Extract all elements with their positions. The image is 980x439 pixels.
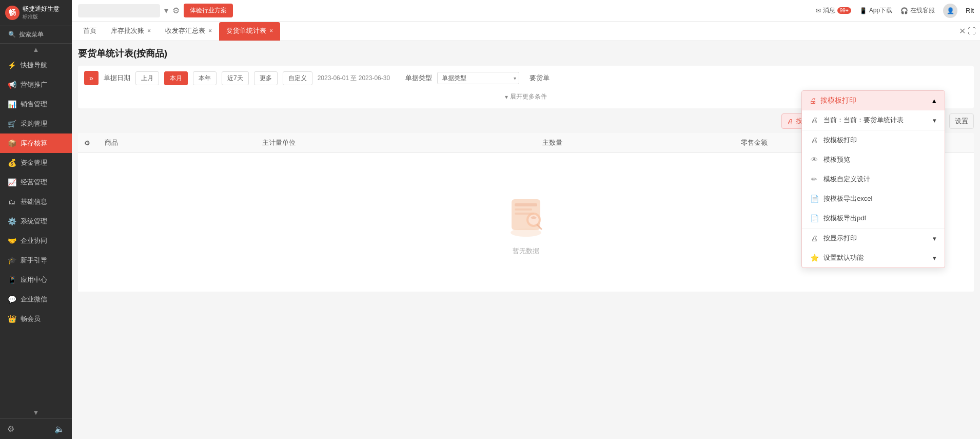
user-avatar[interactable]: 👤 [943, 4, 957, 18]
table-col-settings[interactable]: ⚙ [78, 133, 99, 153]
tab-batch-account[interactable]: 库存批次账 × [104, 22, 158, 41]
dropdown-item-template-print[interactable]: 🖨 按模板打印 [802, 130, 945, 150]
sidebar-item-operation[interactable]: 📈 经营管理 [0, 173, 72, 192]
date-custom[interactable]: 自定义 [283, 71, 312, 85]
finance-icon: 💰 [7, 158, 16, 167]
sidebar-item-finance-label: 资金管理 [21, 158, 47, 167]
message-btn[interactable]: ✉ 消息 99+ [816, 6, 851, 15]
tab-receipt-summary-close[interactable]: × [208, 27, 212, 34]
date-7days[interactable]: 近7天 [222, 71, 249, 85]
apps-icon: 📱 [7, 275, 16, 284]
sidebar-item-wechat[interactable]: 💬 企业微信 [0, 290, 72, 309]
svg-rect-3 [515, 208, 532, 211]
marketing-icon: 📢 [7, 80, 16, 89]
doc-type-label: 单据类型 [405, 73, 432, 83]
app-download-label: App下载 [869, 6, 892, 15]
order-goods-label: 要货单 [530, 73, 550, 83]
sidebar-item-member[interactable]: 👑 畅会员 [0, 309, 72, 329]
customer-service-btn[interactable]: 🎧 在线客服 [900, 6, 935, 15]
sidebar-item-marketing[interactable]: 📢 营销推广 [0, 75, 72, 94]
dropdown-item-template-preview[interactable]: 👁 模板预览 [802, 150, 945, 169]
scroll-up-btn[interactable]: ▲ [0, 44, 72, 55]
export-excel-icon: 📄 [810, 195, 818, 203]
printer-small-icon: 🖨 [810, 116, 818, 124]
tab-bar: 首页 库存批次账 × 收发存汇总表 × 要货单统计表 × ✕ ⛶ [72, 22, 980, 41]
tab-home[interactable]: 首页 [76, 22, 104, 41]
sidebar-item-guide-label: 新手引导 [21, 256, 47, 265]
search-menu-label: 搜索菜单 [19, 30, 44, 39]
filter-row-1: » 单据日期 上月 本月 本年 近7天 更多 自定义 2023-06-01 至 … [84, 71, 968, 85]
date-prev-month[interactable]: 上月 [135, 71, 159, 85]
doc-type-select-wrapper: 单据类型 [437, 72, 519, 84]
sidebar-nav: ⚡ 快捷导航 📢 营销推广 📊 销售管理 🛒 采购管理 📦 库存核算 💰 资金管… [0, 55, 72, 407]
trial-button[interactable]: 体验行业方案 [184, 4, 233, 17]
sidebar-item-sales[interactable]: 📊 销售管理 [0, 94, 72, 114]
sidebar-item-apps-label: 应用中心 [21, 275, 47, 284]
footer-sound-icon[interactable]: 🔈 [54, 424, 65, 434]
sidebar-item-inventory-label: 库存核算 [21, 139, 47, 148]
sidebar-item-finance[interactable]: 💰 资金管理 [0, 153, 72, 173]
sidebar-item-apps[interactable]: 📱 应用中心 [0, 270, 72, 290]
dropdown-item-export-pdf[interactable]: 📄 按模板导出pdf [802, 208, 945, 228]
topbar-settings-icon[interactable]: ⚙ [172, 6, 180, 15]
date-range-display: 2023-06-01 至 2023-06-30 [318, 74, 390, 83]
message-label: 消息 [823, 6, 835, 15]
dropdown-current-chevron: ▾ [933, 117, 936, 124]
sidebar-item-inventory[interactable]: 📦 库存核算 [0, 133, 72, 153]
logo-text-block: 畅捷通好生意 标准版 [23, 5, 60, 21]
sidebar-item-sales-label: 销售管理 [21, 100, 47, 109]
sidebar-search[interactable]: 🔍 搜索菜单 [0, 26, 72, 44]
settings-btn[interactable]: 设置 [949, 113, 974, 129]
date-more[interactable]: 更多 [254, 71, 278, 85]
tab-receipt-summary[interactable]: 收发存汇总表 × [158, 22, 219, 41]
member-icon: 👑 [7, 314, 16, 323]
collab-icon: 🤝 [7, 236, 16, 245]
tab-batch-account-close[interactable]: × [147, 27, 151, 34]
dropdown-header[interactable]: 🖨 按模板打印 ▲ [802, 91, 945, 110]
table-col-unit: 主计量单位 [256, 133, 536, 153]
empty-state-illustration [500, 189, 552, 240]
search-icon: 🔍 [8, 31, 16, 38]
date-filter-label: 单据日期 [104, 73, 130, 83]
app-version: 标准版 [23, 13, 60, 21]
footer-settings-icon[interactable]: ⚙ [7, 424, 14, 434]
dropdown-set-default[interactable]: ⭐ 设置默认功能 ▾ [802, 248, 945, 268]
sidebar-item-quicknav[interactable]: ⚡ 快捷导航 [0, 55, 72, 75]
svg-rect-2 [515, 203, 537, 206]
dropdown-display-print[interactable]: 🖨 按显示打印 ▾ [802, 228, 945, 248]
tab-order-stats[interactable]: 要货单统计表 × [219, 22, 280, 41]
dropdown-item-template-preview-label: 模板预览 [824, 155, 850, 164]
topbar-dropdown-icon[interactable]: ▾ [164, 6, 168, 15]
inventory-icon: 📦 [7, 139, 16, 148]
date-current-year[interactable]: 本年 [193, 71, 217, 85]
sidebar-item-member-label: 畅会员 [21, 314, 41, 323]
dropdown-item-export-excel-label: 按模板导出excel [824, 194, 872, 203]
topbar-search-box[interactable] [78, 4, 160, 17]
date-current-month[interactable]: 本月 [164, 71, 188, 85]
sidebar-item-basic-label: 基础信息 [21, 197, 47, 206]
dropdown-item-template-print-label: 按模板打印 [824, 136, 857, 145]
doc-type-select[interactable]: 单据类型 [437, 72, 519, 84]
dropdown-current-template[interactable]: 🖨 当前：当前：要货单统计表 ▾ [802, 110, 945, 130]
sidebar-item-system[interactable]: ⚙️ 系统管理 [0, 212, 72, 231]
dropdown-item-export-excel[interactable]: 📄 按模板导出excel [802, 189, 945, 208]
tab-receipt-summary-label: 收发存汇总表 [165, 26, 205, 35]
sidebar-item-purchase[interactable]: 🛒 采购管理 [0, 114, 72, 133]
sidebar-item-operation-label: 经营管理 [21, 178, 47, 187]
dropdown-item-export-pdf-label: 按模板导出pdf [824, 214, 866, 223]
app-download-btn[interactable]: 📱 App下载 [859, 6, 892, 15]
filter-expand-btn[interactable]: » [84, 71, 99, 85]
expand-more-btn[interactable]: ▾ 展开更多条件 [501, 90, 551, 103]
export-pdf-icon: 📄 [810, 214, 818, 222]
tab-order-stats-close[interactable]: × [269, 27, 273, 34]
sidebar-item-collab[interactable]: 🤝 企业协同 [0, 231, 72, 251]
sales-icon: 📊 [7, 100, 16, 109]
tab-close-all-btn[interactable]: ✕ [959, 26, 966, 36]
purchase-icon: 🛒 [7, 119, 16, 128]
sidebar-item-basic[interactable]: 🗂 基础信息 [0, 192, 72, 212]
tab-maximize-btn[interactable]: ⛶ [968, 26, 976, 36]
sidebar-item-guide[interactable]: 🎓 新手引导 [0, 251, 72, 270]
expand-more-icon: ▾ [505, 93, 508, 101]
dropdown-item-template-design[interactable]: ✏ 模板自定义设计 [802, 169, 945, 189]
scroll-down-btn[interactable]: ▼ [0, 407, 72, 418]
